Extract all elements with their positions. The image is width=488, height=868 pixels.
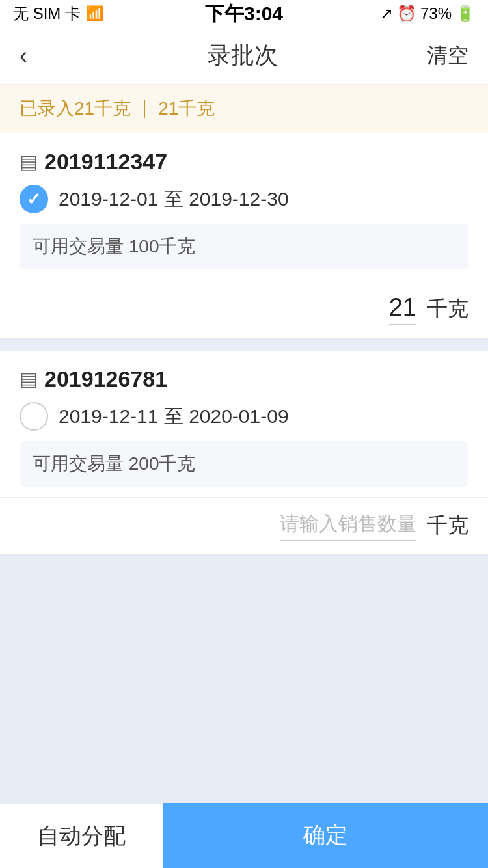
content-area: 已录入21千克 21千克 ▤ 2019112347 2019-12-01 至 2… (0, 85, 488, 868)
bottom-spacer (0, 554, 488, 840)
batch-1-date: 2019-12-01 至 2019-12-30 (59, 186, 289, 213)
batch-2-id-icon: ▤ (20, 368, 38, 390)
summary-bar: 已录入21千克 21千克 (0, 85, 488, 133)
summary-label: 已录入21千克 (20, 96, 131, 121)
batch-1-qty-row: 21 千克 (0, 280, 488, 338)
status-right: ↗ ⏰ 73% 🔋 (380, 5, 475, 23)
battery-text: 73% (420, 5, 452, 23)
confirm-button[interactable]: 确定 (163, 803, 488, 868)
batch-1-date-row[interactable]: 2019-12-01 至 2019-12-30 (20, 185, 468, 213)
batch-2-card: ▤ 2019126781 2019-12-11 至 2020-01-09 可用交… (0, 351, 488, 554)
batch-2-qty-row: 请输入销售数量 千克 (0, 497, 488, 554)
batch-2-date-row[interactable]: 2019-12-11 至 2020-01-09 (20, 402, 468, 431)
status-left: 无 SIM 卡 📶 (13, 3, 103, 24)
summary-value: 21千克 (158, 96, 215, 121)
batch-1-card: ▤ 2019112347 2019-12-01 至 2019-12-30 可用交… (0, 133, 488, 338)
batch-1-id-row: ▤ 2019112347 (20, 149, 468, 174)
batch-1-qty-unit: 千克 (427, 295, 468, 323)
batch-1-id: 2019112347 (44, 149, 167, 174)
page-title: 录批次 (208, 40, 278, 72)
battery-icon: 🔋 (455, 5, 475, 23)
summary-divider (144, 100, 145, 118)
batch-2-available: 可用交易量 200千克 (20, 441, 468, 487)
bottom-bar: 自动分配 确定 (0, 803, 488, 868)
alarm-icon: ⏰ (397, 5, 416, 23)
batch-1-id-icon: ▤ (20, 150, 38, 173)
status-bar: 无 SIM 卡 📶 下午3:04 ↗ ⏰ 73% 🔋 (0, 0, 488, 27)
location-icon: ↗ (380, 5, 393, 23)
batch-1-inner: ▤ 2019112347 2019-12-01 至 2019-12-30 可用交… (0, 133, 488, 269)
status-time: 下午3:04 (205, 1, 283, 27)
back-button[interactable]: ‹ (20, 42, 59, 70)
batch-2-inner: ▤ 2019126781 2019-12-11 至 2020-01-09 可用交… (0, 351, 488, 487)
section-separator-1 (0, 338, 488, 351)
batch-2-qty-unit: 千克 (427, 511, 468, 540)
auto-distribute-button[interactable]: 自动分配 (0, 803, 163, 868)
batch-2-date: 2019-12-11 至 2020-01-09 (59, 403, 289, 430)
batch-1-radio[interactable] (20, 185, 48, 213)
clear-button[interactable]: 清空 (427, 42, 468, 70)
nav-bar: ‹ 录批次 清空 (0, 27, 488, 85)
batch-2-id: 2019126781 (44, 366, 167, 392)
batch-1-available: 可用交易量 100千克 (20, 224, 468, 269)
batch-2-id-row: ▤ 2019126781 (20, 366, 468, 392)
batch-2-radio[interactable] (20, 402, 48, 431)
no-sim-text: 无 SIM 卡 (13, 3, 81, 24)
wifi-icon: 📶 (86, 5, 103, 22)
batch-1-qty-value[interactable]: 21 (389, 293, 416, 325)
batch-2-qty-placeholder[interactable]: 请输入销售数量 (280, 511, 416, 541)
